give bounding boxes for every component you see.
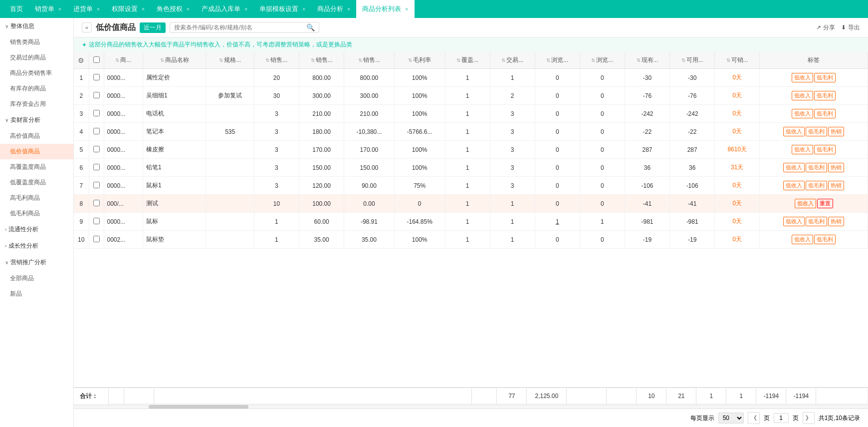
th-spec[interactable]: ⇅规格... bbox=[206, 52, 254, 69]
th-trade[interactable]: ⇅交易... bbox=[490, 52, 535, 69]
sidebar-item-low-coverage[interactable]: 低覆盖度商品 bbox=[0, 175, 73, 190]
sidebar-section-wealth[interactable]: ∨ 卖财富分析 bbox=[0, 112, 73, 128]
cell-name[interactable]: 电话机 bbox=[143, 105, 206, 123]
cell-col7[interactable]: 1 bbox=[535, 213, 580, 231]
page-input[interactable] bbox=[774, 413, 789, 423]
close-icon[interactable]: × bbox=[244, 6, 247, 12]
cell-checkbox[interactable] bbox=[89, 177, 104, 195]
table-container[interactable]: ⚙ ⇅商... ⇅商品名称 ⇅规格... ⇅销售... ⇅销售... ⇅销售..… bbox=[74, 52, 868, 387]
cell-col7[interactable]: 0 bbox=[535, 231, 580, 249]
th-col2[interactable]: ⇅销售... bbox=[299, 52, 344, 69]
sidebar-item-new-products[interactable]: 新品 bbox=[0, 286, 73, 302]
th-current[interactable]: ⇅现有... bbox=[625, 52, 669, 69]
sidebar-section-circulation[interactable]: › 流通性分析 bbox=[0, 221, 73, 238]
th-col3[interactable]: ⇅销售... bbox=[344, 52, 395, 69]
th-margin[interactable]: ⇅毛利率 bbox=[394, 52, 445, 69]
row-checkbox[interactable] bbox=[93, 146, 100, 152]
select-all-checkbox[interactable] bbox=[93, 56, 100, 63]
nav-sales[interactable]: 销货单 × bbox=[29, 0, 67, 18]
close-icon[interactable]: × bbox=[142, 6, 145, 12]
sidebar-section-marketing[interactable]: ∨ 营销推广分析 bbox=[0, 254, 73, 271]
nav-prod[interactable]: 产成品入库单 × bbox=[196, 0, 253, 18]
row-checkbox[interactable] bbox=[93, 128, 100, 134]
view-link[interactable]: 0 bbox=[556, 146, 559, 153]
close-icon[interactable]: × bbox=[97, 6, 100, 12]
cell-name[interactable]: 铅笔1 bbox=[143, 159, 206, 177]
share-button[interactable]: ↗ 分享 bbox=[816, 23, 835, 32]
sidebar-item-low-margin[interactable]: 低毛利商品 bbox=[0, 206, 73, 221]
nav-perms[interactable]: 权限设置 × bbox=[106, 0, 151, 18]
row-checkbox[interactable] bbox=[93, 164, 100, 170]
view-link[interactable]: 0 bbox=[556, 74, 559, 81]
th-avail[interactable]: ⇅可用... bbox=[670, 52, 715, 69]
nav-analysis[interactable]: 商品分析 × bbox=[311, 0, 356, 18]
cell-col7[interactable]: 0 bbox=[535, 195, 580, 213]
close-icon[interactable]: × bbox=[58, 6, 61, 12]
cell-checkbox[interactable] bbox=[89, 87, 104, 105]
settings-icon[interactable]: ⚙ bbox=[78, 56, 84, 64]
th-saleable[interactable]: ⇅可销... bbox=[715, 52, 760, 69]
view-link[interactable]: 0 bbox=[556, 236, 559, 243]
th-view1[interactable]: ⇅浏览... bbox=[535, 52, 580, 69]
th-col1[interactable]: ⇅销售... bbox=[254, 52, 299, 69]
sidebar-item-low-value[interactable]: 低价值商品 bbox=[0, 144, 73, 159]
th-coverage[interactable]: ⇅覆盖... bbox=[445, 52, 490, 69]
cell-checkbox[interactable] bbox=[89, 141, 104, 159]
cell-col7[interactable]: 0 bbox=[535, 87, 580, 105]
nav-tpl[interactable]: 单据模板设置 × bbox=[253, 0, 311, 18]
sidebar-item-stock[interactable]: 有库存的商品 bbox=[0, 81, 73, 96]
row-checkbox[interactable] bbox=[93, 200, 100, 206]
cell-col7[interactable]: 0 bbox=[535, 105, 580, 123]
nav-home[interactable]: 首页 bbox=[4, 0, 29, 18]
cell-col7[interactable]: 0 bbox=[535, 69, 580, 87]
cell-name[interactable]: 鼠标垫 bbox=[143, 231, 206, 249]
cell-col7[interactable]: 0 bbox=[535, 159, 580, 177]
cell-checkbox[interactable] bbox=[89, 123, 104, 141]
sidebar-item-high-value[interactable]: 高价值商品 bbox=[0, 128, 73, 144]
th-checkbox[interactable] bbox=[89, 52, 104, 69]
horizontal-scrollbar[interactable] bbox=[74, 405, 868, 409]
cell-checkbox[interactable] bbox=[89, 195, 104, 213]
close-icon[interactable]: × bbox=[302, 6, 305, 12]
page-size-select[interactable]: 50 100 200 bbox=[718, 413, 744, 424]
next-page-button[interactable]: 》 bbox=[803, 412, 815, 424]
cell-name[interactable]: 鼠标1 bbox=[143, 177, 206, 195]
cell-checkbox[interactable] bbox=[89, 105, 104, 123]
row-checkbox[interactable] bbox=[93, 74, 100, 80]
close-icon[interactable]: × bbox=[347, 6, 350, 12]
nav-purchase[interactable]: 进货单 × bbox=[67, 0, 106, 18]
close-icon[interactable]: × bbox=[405, 6, 408, 12]
th-settings[interactable]: ⚙ bbox=[74, 52, 89, 69]
view-link[interactable]: 1 bbox=[556, 218, 559, 225]
cell-checkbox[interactable] bbox=[89, 69, 104, 87]
sidebar-item-high-coverage[interactable]: 高覆盖度商品 bbox=[0, 159, 73, 175]
search-icon[interactable]: 🔍 bbox=[306, 23, 315, 31]
cell-name[interactable]: 笔记本 bbox=[143, 123, 206, 141]
sidebar-item-category-sales[interactable]: 商品分类销售率 bbox=[0, 65, 73, 81]
th-code[interactable]: ⇅商... bbox=[104, 52, 143, 69]
row-checkbox[interactable] bbox=[93, 182, 100, 188]
cell-col7[interactable]: 0 bbox=[535, 123, 580, 141]
sidebar-item-stock-fund[interactable]: 库存资金占用 bbox=[0, 96, 73, 112]
view-link[interactable]: 0 bbox=[556, 164, 559, 171]
cell-name[interactable]: 测试 bbox=[143, 195, 206, 213]
sidebar-item-sales-products[interactable]: 销售类商品 bbox=[0, 34, 73, 50]
nav-roles[interactable]: 角色授权 × bbox=[151, 0, 196, 18]
cell-checkbox[interactable] bbox=[89, 159, 104, 177]
first-page-button[interactable]: 《 bbox=[748, 412, 760, 424]
sidebar-collapse-button[interactable]: « bbox=[82, 22, 92, 32]
sidebar-item-high-margin[interactable]: 高毛利商品 bbox=[0, 190, 73, 206]
export-button[interactable]: ⬇ 导出 bbox=[841, 23, 860, 32]
view-link[interactable]: 0 bbox=[556, 182, 559, 189]
row-checkbox[interactable] bbox=[93, 110, 100, 116]
sidebar-section-growth[interactable]: › 成长性分析 bbox=[0, 238, 73, 254]
search-input[interactable] bbox=[174, 24, 306, 31]
view-link[interactable]: 0 bbox=[556, 92, 559, 99]
view-link[interactable]: 0 bbox=[556, 128, 559, 135]
cell-checkbox[interactable] bbox=[89, 213, 104, 231]
cell-col7[interactable]: 0 bbox=[535, 177, 580, 195]
sidebar-section-overall[interactable]: ∨ 整体信息 bbox=[0, 18, 73, 34]
th-view2[interactable]: ⇅浏览... bbox=[580, 52, 625, 69]
cell-name[interactable]: 鼠标 bbox=[143, 213, 206, 231]
th-name[interactable]: ⇅商品名称 bbox=[143, 52, 206, 69]
